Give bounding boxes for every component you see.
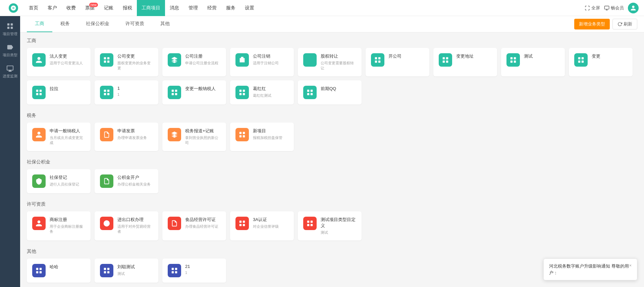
card-shipin[interactable]: 食品经营许可证 办理食品经营许可证 bbox=[162, 211, 226, 240]
card-icon-liucongceshi bbox=[100, 264, 113, 277]
card-desc: 拿到营业执照的新公司 bbox=[185, 135, 221, 146]
card-shenqingfapiao[interactable]: 申请发票 办理申请发票业务 bbox=[95, 123, 158, 151]
nav-bookkeep[interactable]: 记账 bbox=[99, 0, 118, 16]
svg-rect-34 bbox=[175, 90, 177, 92]
nav-customer[interactable]: 客户 bbox=[43, 0, 62, 16]
svg-rect-36 bbox=[175, 93, 177, 95]
tab-shebao[interactable]: 社保公积金 bbox=[78, 16, 117, 32]
nav-settings[interactable]: 设置 bbox=[240, 0, 259, 16]
section-shebao: 社保公积金 社保登记 进行人员社保登记 公积金开户 bbox=[27, 159, 637, 193]
card-title: 公积金开户 bbox=[117, 174, 153, 181]
card-shenqingna[interactable]: 申请一般纳税人 当月或次月成变更完成 bbox=[27, 123, 91, 151]
nav-bizproject[interactable]: 工商项目 bbox=[137, 0, 165, 16]
svg-rect-44 bbox=[311, 93, 313, 95]
card-title: 申请一般纳税人 bbox=[50, 128, 85, 134]
card-jinchukouban[interactable]: 进出口权办理 适用于对外贸易经营者 bbox=[95, 211, 158, 240]
card-icon-gongsibiangeng bbox=[100, 53, 113, 67]
svg-rect-57 bbox=[307, 224, 309, 226]
card-icon-gehonghong bbox=[235, 86, 249, 99]
member-button[interactable]: 畅会员 bbox=[604, 5, 624, 11]
nav-invoice[interactable]: 票据 new bbox=[80, 0, 99, 16]
card-ceshixiangmulei[interactable]: 测试项目类型目定义 测试 bbox=[298, 211, 362, 240]
cards-grid-shebao: 社保登记 进行人员社保登记 公积金开户 办理公积金相关业务 bbox=[27, 169, 637, 193]
card-icon-lala bbox=[32, 86, 46, 99]
card-shebaodengji[interactable]: 社保登记 进行人员社保登记 bbox=[27, 169, 91, 193]
card-3arenzheng[interactable]: 3A认证 对企业信誉评级 bbox=[230, 211, 294, 240]
card-xinxiangmu[interactable]: 新项目 报税加税控盘保管 bbox=[230, 123, 294, 151]
new-type-button[interactable]: 新增业务类型 bbox=[574, 19, 610, 29]
svg-rect-12 bbox=[378, 61, 380, 63]
card-title: 股权转让 bbox=[321, 53, 356, 59]
sidebar-item-project-manage[interactable]: 项目管理 bbox=[0, 19, 20, 40]
svg-rect-16 bbox=[446, 61, 448, 63]
svg-rect-25 bbox=[36, 90, 38, 92]
svg-rect-7 bbox=[104, 61, 106, 63]
card-icon-guquanzhuanrang bbox=[303, 53, 317, 67]
card-gongsizuxiao[interactable]: 公司注销 适用于注销公司 bbox=[230, 48, 294, 76]
card-biangengdizhi[interactable]: 变更地址 bbox=[433, 48, 497, 76]
svg-rect-63 bbox=[104, 268, 106, 270]
card-shangbiaozhuce[interactable]: 商标注册 用于企业商标注册服务 bbox=[27, 211, 91, 240]
card-qianqiQQ[interactable]: 前期QQ bbox=[298, 80, 362, 104]
svg-rect-64 bbox=[107, 268, 109, 270]
card-icon-shangbiaozhuce bbox=[32, 217, 46, 230]
svg-rect-37 bbox=[239, 90, 241, 92]
nav-operation[interactable]: 经营 bbox=[203, 0, 221, 16]
card-farendbiangeng[interactable]: 法人变更 适用于公司变更法人 bbox=[27, 48, 91, 76]
card-icon-biangengdizhi bbox=[439, 53, 452, 67]
sidebar-item-project-type[interactable]: 项目类型 bbox=[0, 40, 20, 61]
card-desc: 报税加税控盘保管 bbox=[253, 135, 288, 140]
card-title: 葛红红 bbox=[253, 86, 288, 92]
svg-rect-70 bbox=[175, 271, 177, 273]
card-desc: 适用于注销公司 bbox=[253, 61, 288, 66]
svg-rect-59 bbox=[36, 268, 38, 270]
notification-close-button[interactable]: × bbox=[629, 263, 632, 268]
logo[interactable] bbox=[5, 0, 21, 16]
svg-rect-43 bbox=[307, 93, 309, 95]
tab-xuke[interactable]: 许可资质 bbox=[117, 16, 152, 32]
refresh-button[interactable]: 刷新 bbox=[612, 19, 637, 29]
card-kaigongsi[interactable]: 开公司 bbox=[366, 48, 429, 76]
card-title: 商标注册 bbox=[50, 217, 85, 223]
card-title: 1 bbox=[117, 86, 153, 91]
card-liucongceshi[interactable]: 刘聪测试 测试 bbox=[95, 259, 158, 283]
card-ceshi[interactable]: 测试 bbox=[501, 48, 565, 76]
card-title: 3A认证 bbox=[253, 217, 288, 223]
nav-message[interactable]: 消息 bbox=[165, 0, 184, 16]
card-biangengna[interactable]: 变更一般纳税人 bbox=[162, 80, 226, 104]
sidebar-item-progress-monitor[interactable]: 进度监测 bbox=[0, 61, 20, 82]
tab-gongshang[interactable]: 工商 bbox=[27, 16, 52, 32]
nav-tax[interactable]: 报税 bbox=[118, 0, 137, 16]
tab-shuiwu[interactable]: 税务 bbox=[52, 16, 78, 32]
card-twentyone[interactable]: 21 1 bbox=[162, 259, 226, 283]
card-gongsizhu[interactable]: 公司注册 申请公司注册全流程 bbox=[162, 48, 226, 76]
card-shuiwubaodao[interactable]: 税务报道+记账 拿到营业执照的新公司 bbox=[162, 123, 226, 151]
cards-grid-gongshang: 法人变更 适用于公司变更法人 公司变更 股权变更外的业务变更 bbox=[27, 48, 637, 104]
top-nav: 首页 客户 收费 票据 new 记账 报税 工商项目 消息 管理 经营 服务 设… bbox=[0, 0, 644, 16]
card-icon-shebaodengji bbox=[32, 174, 46, 188]
card-desc: 进行人员社保登记 bbox=[50, 182, 85, 187]
nav-billing[interactable]: 收费 bbox=[62, 0, 80, 16]
svg-rect-46 bbox=[243, 132, 245, 134]
fullscreen-button[interactable]: 全屏 bbox=[585, 5, 600, 11]
card-haha[interactable]: 哈哈 bbox=[27, 259, 91, 283]
card-one[interactable]: 1 1 bbox=[95, 80, 158, 104]
card-icon-one bbox=[100, 86, 113, 99]
card-lala[interactable]: 拉拉 bbox=[27, 80, 91, 104]
card-guquanzhuanrang[interactable]: 股权转让 公司变更需要股权转让 bbox=[298, 48, 362, 76]
nav-home[interactable]: 首页 bbox=[24, 0, 43, 16]
card-gehonghong[interactable]: 葛红红 葛红红测试 bbox=[230, 80, 294, 104]
tab-other[interactable]: 其他 bbox=[152, 16, 178, 32]
svg-rect-9 bbox=[375, 57, 377, 59]
card-icon-ceshixiangmulei bbox=[303, 217, 317, 230]
nav-service[interactable]: 服务 bbox=[221, 0, 240, 16]
nav-manage[interactable]: 管理 bbox=[184, 0, 203, 16]
card-icon-3arenzheng bbox=[235, 217, 249, 230]
svg-rect-20 bbox=[514, 61, 516, 63]
card-gongjijinkaihu[interactable]: 公积金开户 办理公积金相关业务 bbox=[95, 169, 158, 193]
card-title: 法人变更 bbox=[50, 53, 85, 59]
card-gongsibiangeng[interactable]: 公司变更 股权变更外的业务变更 bbox=[95, 48, 158, 76]
card-biangeng[interactable]: 变更 bbox=[569, 48, 633, 76]
user-avatar[interactable] bbox=[628, 3, 639, 13]
section-title-shebao: 社保公积金 bbox=[27, 159, 637, 165]
